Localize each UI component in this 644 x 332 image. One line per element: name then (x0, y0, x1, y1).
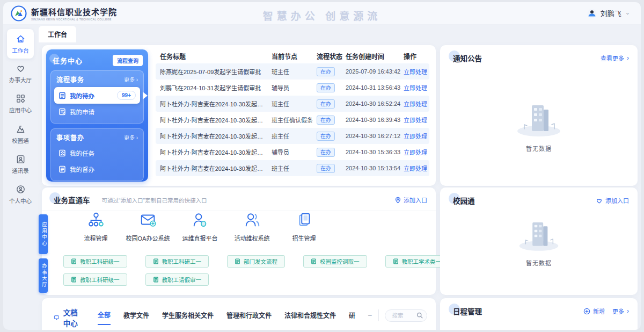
envelope-icon (139, 211, 157, 229)
doc-edit-icon (58, 108, 66, 116)
task-center-panel: 任务中心 流程查询 流程事务 更多 › 我的待办 99+ 我的申请 (46, 49, 148, 182)
add-schedule-link[interactable]: 新增 (583, 307, 605, 315)
user-name: 刘鹏飞 (601, 8, 621, 18)
my-supervision-item[interactable]: 我的督办 (54, 161, 140, 177)
sidebar-item-campus-pass[interactable]: 校园通 (3, 124, 38, 145)
doc-icon (153, 258, 159, 264)
campus-pass-title: 校园通 (453, 195, 475, 206)
chevron-down-icon: ⌄ (625, 9, 630, 16)
task-title: 阿卜杜外力·阿吉麦在2024-10-30发起学生请假... (160, 164, 272, 172)
grid-icon (16, 93, 26, 104)
task-time: 2024-10-30 15:13:54 (346, 165, 404, 171)
group-more-link[interactable]: 更多 › (124, 133, 138, 141)
view-more-link[interactable]: 查看更多› (601, 54, 629, 62)
doc-icon (58, 92, 66, 99)
doc-tab-teaching[interactable]: 教学文件 (123, 311, 149, 324)
quick-link-button[interactable]: 部门发文流程 (227, 255, 285, 268)
doc-icon (153, 277, 159, 283)
task-center-title: 任务中心 (53, 55, 83, 66)
process-query-button[interactable]: 流程查询 (113, 55, 143, 66)
doc-tab-truncated[interactable]: 研 (349, 311, 355, 324)
handle-now-link[interactable]: 立即处理 (404, 99, 434, 108)
tablet-icon (295, 211, 313, 229)
my-supervision-label: 我的督办 (70, 165, 94, 174)
task-time: 2024-10-30 16:39:43 (346, 117, 404, 123)
my-application-label: 我的申请 (70, 107, 94, 116)
tab-workbench[interactable]: 工作台 (39, 26, 76, 42)
task-title: 刘鹏飞在2024-10-31发起学生请假审批 (160, 83, 272, 92)
person-icon (191, 211, 209, 229)
status-badge: 在办 (317, 132, 335, 141)
handle-now-link[interactable]: 立即处理 (404, 132, 434, 140)
search-icon (416, 312, 423, 319)
sidebar-item-service-hall[interactable]: 办事大厅 (3, 63, 38, 84)
sidebar-item-workbench[interactable]: 工作台 (7, 29, 34, 59)
campus-icon (16, 124, 26, 134)
task-node: 辅导员 (272, 148, 317, 156)
add-entry-link[interactable]: 添加入口 (596, 196, 629, 205)
notice-empty-state: 暂无数据 (440, 98, 638, 153)
task-node: 班主任确认假条 (272, 116, 317, 124)
app-shortcuts-row: 流程管理 校园OA办公系统 运维直报平台 活动维权系统 (70, 211, 330, 242)
checklist-icon (58, 149, 66, 157)
group-more-link[interactable]: 更多 › (124, 75, 138, 83)
doc-tab-legal[interactable]: 法律和合规性文件 (284, 311, 336, 324)
quick-link-button[interactable]: 教职工请假审一 (145, 273, 209, 286)
home-icon (16, 34, 26, 44)
quick-link-button[interactable]: 教职工学术类一 (385, 255, 449, 268)
campus-pass-card: 校园通 添加入口 暂无数据 (440, 187, 638, 295)
app-window: 新疆科信职业技术学院 XINJIANG KEXIN VOCATIONAL & T… (3, 2, 641, 330)
task-center-card: 任务中心 流程查询 流程事务 更多 › 我的待办 99+ 我的申请 (42, 45, 436, 186)
my-application-item[interactable]: 我的申请 (54, 104, 140, 120)
quick-link-button[interactable]: 教职工科研工一 (145, 255, 209, 268)
active-item-pointer (143, 92, 151, 99)
status-badge: 在办 (317, 164, 335, 173)
add-entry-link[interactable]: 添加入口 (394, 196, 427, 204)
quick-links-row-1: 教职工科研级一 教职工科研工一 部门发文流程 校园监控调取一 教职工学术类一 (63, 255, 430, 268)
document-center-title: 文档中心 (63, 307, 83, 328)
handle-now-link[interactable]: 立即处理 (404, 164, 434, 172)
app-process-management[interactable]: 流程管理 (70, 211, 122, 242)
heart-icon (596, 197, 603, 204)
contacts-icon (16, 154, 26, 164)
sidebar-item-contacts[interactable]: 通讯录 (3, 154, 38, 175)
handle-now-link[interactable]: 立即处理 (404, 83, 434, 92)
my-todo-item[interactable]: 我的待办 99+ (54, 87, 140, 104)
app-ops-report[interactable]: 运维直报平台 (174, 211, 226, 242)
task-title: 陈燕妮在2025-07-09发起学生请假审批 (160, 67, 272, 76)
group-title: 流程事务 (56, 75, 84, 84)
empty-building-illustration (509, 98, 568, 138)
quick-link-button[interactable]: 教职工科研级一 (63, 255, 127, 268)
app-activity-rights[interactable]: 活动维权系统 (226, 211, 278, 242)
sidebar-item-app-center[interactable]: 应用中心 (3, 93, 38, 114)
app-admissions[interactable]: 招生管理 (278, 211, 330, 242)
task-table: 任务标题 当前节点 流程状态 任务创建时间 操作 陈燕妮在2025-07-09发… (156, 48, 429, 176)
doc-tab-student-services[interactable]: 学生服务相关文件 (162, 311, 214, 324)
my-tasks-item[interactable]: 我的任务 (54, 145, 140, 161)
more-schedule-link[interactable]: 更多› (612, 307, 629, 315)
quick-link-button[interactable]: 校园监控调取一 (303, 255, 367, 268)
notice-card: 通知公告 查看更多› 暂无数据 (440, 45, 638, 186)
doc-icon (235, 258, 240, 264)
process-affairs-group: 流程事务 更多 › 我的待办 99+ 我的申请 (50, 70, 144, 124)
app-campus-oa[interactable]: 校园OA办公系统 (122, 211, 174, 242)
doc-tab-admin[interactable]: 管理和行政文件 (226, 311, 272, 324)
quick-link-button[interactable]: 教职工科研级一 (63, 273, 127, 286)
task-node: 班主任 (272, 132, 317, 140)
task-table-header: 任务标题 当前节点 流程状态 任务创建时间 操作 (156, 48, 429, 63)
empty-text: 暂无数据 (440, 258, 638, 267)
user-menu[interactable]: 刘鹏飞 ⌄ (587, 8, 630, 18)
sidebar-item-label: 个人中心 (9, 197, 32, 205)
handle-now-link[interactable]: 立即处理 (404, 148, 434, 156)
notice-title: 通知公告 (453, 53, 482, 63)
doc-icon (311, 258, 317, 264)
doc-tab-all[interactable]: 全部 (98, 310, 111, 325)
handle-now-link[interactable]: 立即处理 (404, 116, 434, 124)
side-tab-app-center[interactable]: 应用中心 (39, 214, 48, 254)
sidebar-item-label: 办事大厅 (9, 76, 32, 84)
sidebar-item-personal-center[interactable]: 个人中心 (3, 184, 38, 205)
side-tab-service-hall[interactable]: 办事大厅 (39, 258, 48, 293)
task-node: 辅导员 (272, 83, 317, 92)
doc-icon (71, 258, 77, 264)
handle-now-link[interactable]: 立即处理 (404, 67, 434, 76)
